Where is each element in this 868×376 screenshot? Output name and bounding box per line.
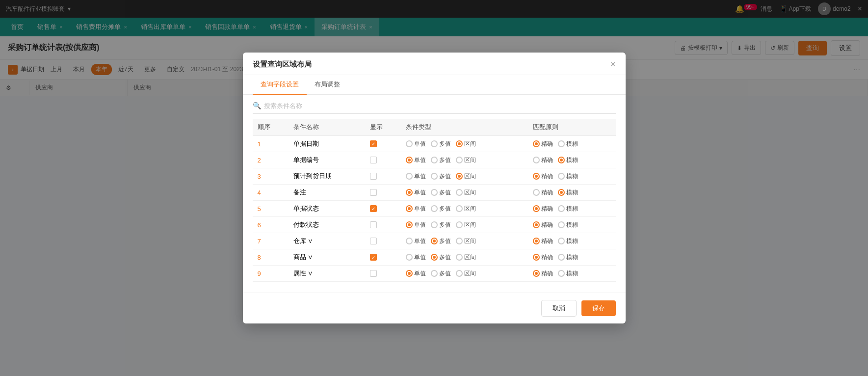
dialog-tab-query-label: 查询字段设置 [261, 81, 299, 88]
dialog-tabs: 查询字段设置 布局调整 [243, 75, 626, 95]
settings-dialog: 设置查询区域布局 × 查询字段设置 布局调整 🔍 [243, 53, 626, 96]
dialog-close-button[interactable]: × [610, 59, 616, 70]
dialog-body: 🔍 顺序 条件名称 显示 条件类型 匹配原则 [243, 95, 626, 96]
dialog-title: 设置查询区域布局 [253, 60, 312, 69]
dialog-tab-layout[interactable]: 布局调整 [307, 75, 348, 95]
dialog-header: 设置查询区域布局 × [243, 53, 626, 75]
dialog-tab-layout-label: 布局调整 [315, 81, 340, 88]
dialog-tab-query-fields[interactable]: 查询字段设置 [253, 75, 307, 95]
dialog-overlay: 设置查询区域布局 × 查询字段设置 布局调整 🔍 [0, 0, 868, 96]
